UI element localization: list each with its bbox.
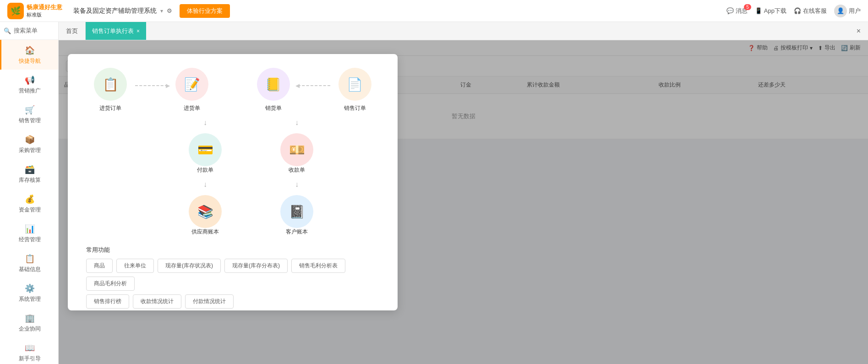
- quick-icon: 🏠: [25, 45, 35, 55]
- func-btn-payment-stat[interactable]: 付款情况统计: [185, 294, 234, 309]
- main-area: 🔍 搜索菜单 🏠 快捷导航 📢 营销推广 🛒 销售管理 📦 采购管理 🗃️: [0, 22, 868, 364]
- operation-icon: 📊: [25, 224, 35, 234]
- app-download-button[interactable]: 📱 App下载: [755, 7, 786, 15]
- down-arrow-payment: ↓: [178, 180, 233, 189]
- func-btn-receipt-stat[interactable]: 收款情况统计: [133, 294, 181, 309]
- enterprise-icon: 🏢: [25, 313, 35, 323]
- node-receipt[interactable]: 💴 收款单: [269, 133, 324, 174]
- top-right-area: 💬 消息 5 📱 App下载 🎧 在线客服 👤 用户: [726, 5, 861, 17]
- node-sales-order[interactable]: 📄 销售订单: [330, 68, 379, 112]
- sidebar-item-inventory[interactable]: 🗃️ 库存核算: [0, 159, 58, 189]
- system-name-text: 装备及固定资产辅助管理系统: [73, 7, 157, 15]
- down-arrow-receipt: ↓: [269, 180, 324, 189]
- service-icon: 🎧: [794, 7, 801, 14]
- tab-home[interactable]: 首页: [59, 22, 86, 40]
- func-btn-stock-dist[interactable]: 现存量(库存分布表): [224, 259, 288, 273]
- app-download-label: App下载: [764, 7, 786, 15]
- user-area[interactable]: 👤 用户: [834, 5, 861, 17]
- sidebar-item-sales[interactable]: 🛒 销售管理: [0, 99, 58, 129]
- func-btn-stock-status[interactable]: 现存量(库存状况表): [158, 259, 221, 273]
- sales-bill-icon: 📒: [257, 68, 290, 101]
- logo-icon: 🌿: [7, 3, 24, 19]
- sidebar-item-operation[interactable]: 📊 经营管理: [0, 218, 58, 248]
- func-btn-sales-rank[interactable]: 销售排行榜: [86, 294, 129, 309]
- sidebar-item-label-purchase: 采购管理: [19, 147, 41, 154]
- modal-overlay: 📋 进货订单 ▶: [59, 40, 868, 364]
- func-btn-goods[interactable]: 商品: [86, 259, 113, 273]
- message-badge: 5: [744, 4, 751, 10]
- system-name-area: 装备及固定资产辅助管理系统 ▾: [73, 7, 163, 15]
- logo-area: 🌿 畅康通好生意 标准版: [7, 3, 66, 19]
- message-icon: 💬: [726, 7, 734, 14]
- sidebar-item-label-inventory: 库存核算: [19, 176, 41, 184]
- node-purchase-bill[interactable]: 📝 进货单: [168, 68, 217, 112]
- down-arrow-purchase: ↓: [178, 119, 233, 127]
- sidebar-item-marketing[interactable]: 📢 营销推广: [0, 70, 58, 99]
- sidebar-item-finance[interactable]: 💰 资金管理: [0, 189, 58, 218]
- logo-text: 畅康通好生意 标准版: [27, 4, 62, 18]
- sidebar-item-label-marketing: 营销推广: [19, 87, 41, 95]
- search-menu[interactable]: 🔍 搜索菜单: [0, 22, 58, 40]
- common-func-title: 常用功能: [86, 246, 379, 254]
- sidebar-item-basic[interactable]: 📋 基础信息: [0, 248, 58, 278]
- purchase-bill-icon: 📝: [175, 68, 208, 101]
- sidebar: 🔍 搜索菜单 🏠 快捷导航 📢 营销推广 🛒 销售管理 📦 采购管理 🗃️: [0, 22, 59, 364]
- func-buttons-row2: 销售排行榜 收款情况统计 付款情况统计: [86, 294, 379, 309]
- common-functions-area: 常用功能 商品 往来单位 现存量(库存状况表) 现存量(库存分布表) 销售毛利分…: [86, 246, 379, 309]
- sidebar-item-label-sales: 销售管理: [19, 117, 41, 125]
- payment-icon: 💳: [189, 133, 222, 166]
- sidebar-item-label-enterprise: 企业协同: [19, 325, 41, 333]
- quick-guide-modal: 📋 进货订单 ▶: [68, 54, 398, 310]
- purchase-order-icon: 📋: [94, 68, 127, 101]
- flow-row-2: 💳 付款单 💴 收款单: [86, 133, 379, 174]
- node-sales-bill[interactable]: 📒 销货单: [249, 68, 298, 112]
- sidebar-item-label-basic: 基础信息: [19, 266, 41, 273]
- node-customer-account[interactable]: 📓 客户账本: [269, 195, 324, 236]
- avatar: 👤: [834, 5, 847, 17]
- inventory-icon: 🗃️: [25, 164, 35, 174]
- node-purchase-order[interactable]: 📋 进货订单: [86, 68, 135, 112]
- content-body: ❓ 帮助 🖨 按模板打印 ▾ ⬆ 导出 🔄 刷新: [59, 40, 868, 364]
- tab-bar: 首页 销售订单执行表 × ×: [59, 22, 868, 40]
- sidebar-item-purchase[interactable]: 📦 采购管理: [0, 129, 58, 159]
- guide-icon: 📖: [25, 343, 35, 353]
- tab-area-close-icon[interactable]: ×: [857, 27, 861, 35]
- supplier-account-label: 供应商账本: [191, 228, 219, 236]
- home-tab-label: 首页: [66, 27, 78, 35]
- node-payment[interactable]: 💳 付款单: [178, 133, 233, 174]
- func-btn-sales-profit[interactable]: 销售毛利分析表: [291, 259, 345, 273]
- basic-icon: 📋: [25, 254, 35, 264]
- func-btn-contact[interactable]: 往来单位: [116, 259, 154, 273]
- purchase-icon: 📦: [25, 135, 35, 145]
- sidebar-item-system[interactable]: ⚙️ 系统管理: [0, 278, 58, 308]
- logo-line2: 标准版: [27, 11, 62, 18]
- tab-sales-order[interactable]: 销售订单执行表 ×: [86, 22, 146, 40]
- func-buttons-row1: 商品 往来单位 现存量(库存状况表) 现存量(库存分布表) 销售毛利分析表 商品…: [86, 259, 379, 291]
- online-service-button[interactable]: 🎧 在线客服: [794, 7, 827, 15]
- sidebar-item-label-operation: 经营管理: [19, 236, 41, 244]
- tab-close-icon[interactable]: ×: [136, 28, 140, 34]
- download-icon: 📱: [755, 7, 762, 14]
- sidebar-item-label-guide: 新手引导: [19, 355, 41, 363]
- marketing-icon: 📢: [25, 75, 35, 85]
- sales-order-label: 销售订单: [344, 104, 366, 112]
- settings-icon[interactable]: ⚙: [163, 5, 176, 17]
- supplier-account-icon: 📚: [189, 195, 222, 228]
- flow-down-arrows-row2: ↓ ↓: [86, 179, 379, 190]
- experience-button[interactable]: 体验行业方案: [180, 4, 230, 18]
- payment-label: 付款单: [197, 166, 213, 174]
- sidebar-item-guide[interactable]: 📖 新手引导: [0, 337, 58, 364]
- content-area: 首页 销售订单执行表 × × ❓ 帮助 🖨 按: [59, 22, 868, 364]
- sales-bill-label: 销货单: [265, 104, 282, 112]
- sidebar-item-quick[interactable]: 🏠 快捷导航: [0, 40, 58, 70]
- message-button[interactable]: 💬 消息 5: [726, 7, 748, 15]
- search-icon: 🔍: [4, 27, 11, 34]
- tab-sales-order-label: 销售订单执行表: [92, 27, 134, 35]
- top-bar: 🌿 畅康通好生意 标准版 装备及固定资产辅助管理系统 ▾ ⚙ 体验行业方案 💬 …: [0, 0, 868, 22]
- receipt-label: 收款单: [289, 166, 305, 174]
- flow-diagram: 📋 进货订单 ▶: [86, 68, 379, 240]
- node-supplier-account[interactable]: 📚 供应商账本: [178, 195, 233, 236]
- customer-account-label: 客户账本: [286, 228, 308, 236]
- sidebar-item-enterprise[interactable]: 🏢 企业协同: [0, 308, 58, 337]
- func-btn-goods-profit[interactable]: 商品毛利分析: [86, 277, 135, 291]
